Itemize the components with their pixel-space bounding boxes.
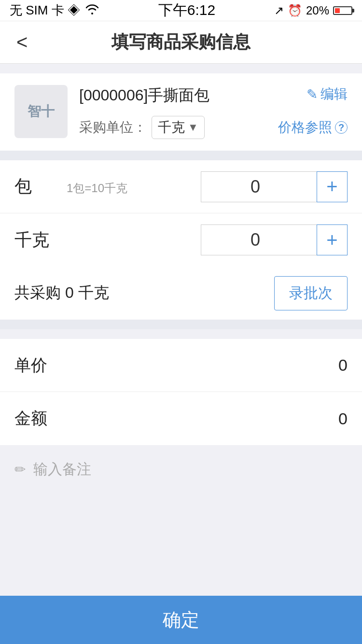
content-area: 智十 [0000006]手撕面包 ✎ 编辑 采购单位： 千克 ▼ bbox=[0, 73, 362, 644]
note-input-wrap[interactable]: ✏ 输入备注 bbox=[14, 460, 348, 479]
wifi-icon bbox=[85, 3, 99, 18]
kg-row: 千克 + bbox=[0, 213, 362, 266]
status-left: 无 SIM 卡 ◈ bbox=[10, 2, 99, 19]
quantity-section: 包 1包=10千克 + 千克 + bbox=[0, 160, 362, 266]
amount-label: 金额 bbox=[14, 407, 47, 430]
product-card: 智十 [0000006]手撕面包 ✎ 编辑 采购单位： 千克 ▼ bbox=[0, 73, 362, 151]
confirm-label: 确定 bbox=[163, 608, 199, 632]
product-thumbnail: 智十 bbox=[14, 85, 68, 138]
edit-icon: ✎ bbox=[306, 86, 318, 102]
section-divider-2 bbox=[0, 320, 362, 329]
product-name: [0000006]手撕面包 bbox=[79, 85, 209, 106]
battery-icon bbox=[333, 6, 352, 15]
unit-price-value: 0 bbox=[338, 356, 348, 375]
product-header: [0000006]手撕面包 ✎ 编辑 bbox=[79, 85, 348, 106]
kg-quantity-input[interactable] bbox=[201, 224, 317, 255]
status-right: ↗ ⏰ 20% bbox=[274, 4, 352, 17]
unit-label: 采购单位： 千克 ▼ bbox=[79, 116, 205, 139]
unit-price-row: 单价 0 bbox=[0, 339, 362, 392]
edit-button[interactable]: ✎ 编辑 bbox=[306, 85, 348, 103]
alarm-icon: ⏰ bbox=[288, 4, 302, 17]
bao-label: 包 bbox=[14, 175, 63, 198]
kg-label: 千克 bbox=[14, 228, 63, 252]
dropdown-arrow-icon: ▼ bbox=[188, 121, 198, 134]
price-ref-label: 价格参照 bbox=[278, 118, 332, 137]
bao-row: 包 1包=10千克 + bbox=[0, 160, 362, 213]
product-info: [0000006]手撕面包 ✎ 编辑 采购单位： 千克 ▼ 价格参照 ? bbox=[79, 85, 348, 139]
note-placeholder: 输入备注 bbox=[33, 460, 91, 479]
bao-sublabel: 1包=10千克 bbox=[67, 181, 127, 196]
amount-value: 0 bbox=[338, 409, 348, 428]
kg-input-wrap: + bbox=[201, 224, 348, 255]
status-bar: 无 SIM 卡 ◈ 下午6:12 ↗ ⏰ 20% bbox=[0, 0, 362, 21]
unit-select[interactable]: 千克 ▼ bbox=[152, 116, 205, 139]
location-icon: ↗ bbox=[274, 4, 284, 17]
note-section: ✏ 输入备注 bbox=[0, 445, 362, 494]
confirm-button[interactable]: 确定 bbox=[0, 596, 362, 644]
bao-input-wrap: + bbox=[201, 171, 348, 202]
amount-row: 金额 0 bbox=[0, 392, 362, 445]
bao-quantity-input[interactable] bbox=[201, 171, 317, 202]
price-ref-button[interactable]: 价格参照 ? bbox=[278, 118, 348, 137]
bao-label-wrap: 包 1包=10千克 bbox=[14, 175, 201, 198]
page-title: 填写商品采购信息 bbox=[111, 30, 251, 54]
summary-row: 共采购 0 千克 录批次 bbox=[0, 266, 362, 320]
status-time: 下午6:12 bbox=[158, 0, 215, 20]
kg-label-wrap: 千克 bbox=[14, 228, 201, 252]
nav-bar: < 填写商品采购信息 bbox=[0, 21, 362, 64]
product-unit-row: 采购单位： 千克 ▼ 价格参照 ? bbox=[79, 116, 348, 139]
kg-plus-button[interactable]: + bbox=[317, 224, 348, 255]
batch-button[interactable]: 录批次 bbox=[274, 276, 348, 310]
help-icon: ? bbox=[335, 121, 348, 134]
sim-label: 无 SIM 卡 ◈ bbox=[10, 2, 80, 19]
pencil-icon: ✏ bbox=[14, 462, 26, 477]
bao-plus-button[interactable]: + bbox=[317, 171, 348, 202]
summary-text: 共采购 0 千克 bbox=[14, 282, 109, 304]
unit-price-label: 单价 bbox=[14, 354, 47, 377]
product-logo: 智十 bbox=[28, 105, 55, 118]
price-section: 单价 0 金额 0 bbox=[0, 339, 362, 445]
edit-label: 编辑 bbox=[320, 85, 348, 103]
back-button[interactable]: < bbox=[12, 27, 32, 58]
section-divider-1 bbox=[0, 151, 362, 160]
battery-pct: 20% bbox=[306, 4, 329, 17]
